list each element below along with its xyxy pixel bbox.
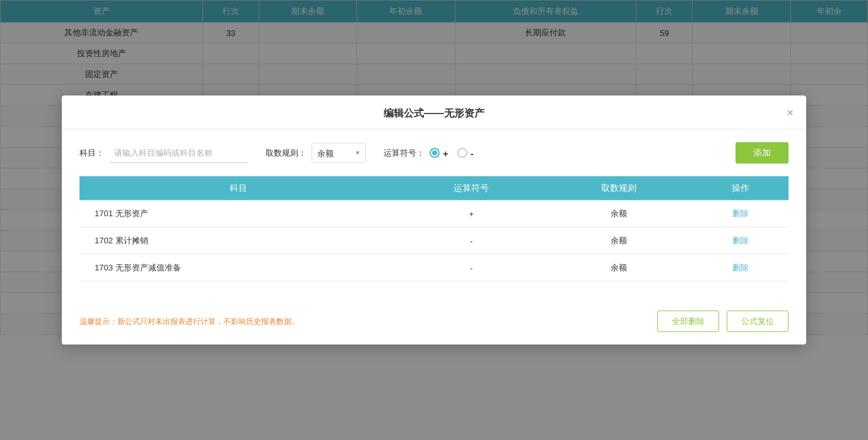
table-row: 1702 累计摊销 - 余额 删除 xyxy=(79,227,789,254)
rule-select[interactable]: 余额借方贷方借方累计贷方累计 xyxy=(312,143,366,163)
operator-minus-label: - xyxy=(471,148,474,158)
operator-minus-item[interactable]: - xyxy=(457,148,474,158)
th-rule: 取数规则 xyxy=(545,177,693,200)
modal-body: 科目： 取数规则： 余额借方贷方借方累计贷方累计 ▼ 运算符号： + xyxy=(62,130,806,302)
operator-group: 运算符号： + - xyxy=(384,148,474,159)
delete-all-button[interactable]: 全部删除 xyxy=(657,311,719,332)
formula-operator: + xyxy=(397,200,545,228)
subject-label: 科目： xyxy=(79,148,104,159)
formula-rule: 余额 xyxy=(545,200,693,228)
form-row: 科目： 取数规则： 余额借方贷方借方累计贷方累计 ▼ 运算符号： + xyxy=(79,142,789,164)
formula-table: 科目 运算符号 取数规则 操作 1701 无形资产 + 余额 删除 1702 累… xyxy=(79,177,789,282)
table-row: 1703 无形资产减值准备 - 余额 删除 xyxy=(79,254,789,281)
formula-action: 删除 xyxy=(693,227,789,254)
delete-link[interactable]: 删除 xyxy=(732,263,749,272)
modal-close-button[interactable]: × xyxy=(787,107,794,118)
th-action: 操作 xyxy=(693,177,789,200)
add-button[interactable]: 添加 xyxy=(736,142,789,164)
formula-rule: 余额 xyxy=(545,254,693,281)
formula-action: 删除 xyxy=(693,200,789,228)
formula-rule: 余额 xyxy=(545,227,693,254)
th-subject: 科目 xyxy=(79,177,397,200)
formula-subject: 1703 无形资产减值准备 xyxy=(79,254,397,281)
subject-group: 科目： xyxy=(79,143,248,163)
formula-operator: - xyxy=(397,227,545,254)
subject-input[interactable] xyxy=(109,143,248,163)
operator-plus-item[interactable]: + xyxy=(430,148,449,158)
modal-footer: 温馨提示：新公式只对未出报表进行计算，不影响历史报表数据。 全部删除 公式复位 xyxy=(62,302,806,345)
footer-tip: 温馨提示：新公式只对未出报表进行计算，不影响历史报表数据。 xyxy=(79,316,299,327)
formula-subject: 1702 累计摊销 xyxy=(79,227,397,254)
modal-header: 编辑公式——无形资产 × xyxy=(62,96,806,130)
formula-subject: 1701 无形资产 xyxy=(79,200,397,228)
th-operator: 运算符号 xyxy=(397,177,545,200)
table-row: 1701 无形资产 + 余额 删除 xyxy=(79,200,789,228)
operator-radio-group: + - xyxy=(430,148,474,158)
delete-link[interactable]: 删除 xyxy=(732,236,749,245)
footer-buttons: 全部删除 公式复位 xyxy=(657,311,789,332)
modal-title: 编辑公式——无形资产 xyxy=(384,107,484,120)
formula-operator: - xyxy=(397,254,545,281)
rule-label: 取数规则： xyxy=(266,148,307,159)
table-header-row: 科目 运算符号 取数规则 操作 xyxy=(79,177,789,200)
operator-plus-label: + xyxy=(443,148,449,158)
delete-link[interactable]: 删除 xyxy=(732,209,749,218)
rule-group: 取数规则： 余额借方贷方借方累计贷方累计 ▼ xyxy=(266,143,366,163)
operator-minus-radio[interactable] xyxy=(457,148,467,158)
reset-formula-button[interactable]: 公式复位 xyxy=(727,311,789,332)
operator-label: 运算符号： xyxy=(384,148,425,159)
edit-formula-modal: 编辑公式——无形资产 × 科目： 取数规则： 余额借方贷方借方累计贷方累计 ▼ … xyxy=(62,96,806,345)
operator-plus-radio[interactable] xyxy=(430,148,440,158)
formula-action: 删除 xyxy=(693,254,789,281)
rule-select-wrapper: 余额借方贷方借方累计贷方累计 ▼ xyxy=(312,143,366,163)
